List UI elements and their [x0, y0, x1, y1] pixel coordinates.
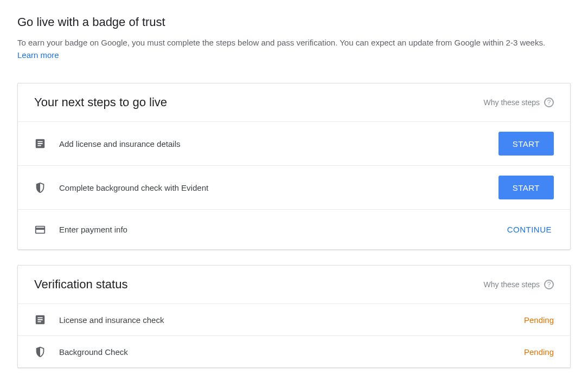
status-badge: Pending: [524, 347, 554, 357]
step-label: Complete background check with Evident: [59, 183, 208, 192]
verification-row-left: License and insurance check: [34, 314, 164, 326]
step-row-payment: Enter payment info CONTINUE: [18, 210, 570, 249]
next-steps-header: Your next steps to go live Why these ste…: [18, 83, 570, 122]
verification-card: Verification status Why these steps ? Li…: [17, 265, 571, 368]
next-steps-card: Your next steps to go live Why these ste…: [17, 83, 571, 250]
why-these-steps-link[interactable]: Why these steps ?: [484, 280, 554, 289]
why-these-steps-link[interactable]: Why these steps ?: [484, 98, 554, 107]
verification-header: Verification status Why these steps ?: [18, 266, 570, 304]
card-icon: [34, 224, 46, 236]
page-description: To earn your badge on Google, you must c…: [17, 37, 560, 61]
continue-payment-button[interactable]: CONTINUE: [505, 219, 554, 240]
step-row-license: Add license and insurance details START: [18, 122, 570, 166]
verification-title: Verification status: [34, 277, 127, 292]
verification-label: License and insurance check: [59, 315, 164, 325]
shield-icon: [34, 182, 46, 193]
shield-icon: [34, 346, 46, 358]
status-badge: Pending: [524, 315, 554, 325]
why-these-steps-label: Why these steps: [484, 280, 540, 289]
document-icon: [34, 314, 46, 326]
verification-row-background: Background Check Pending: [18, 336, 570, 367]
step-label: Add license and insurance details: [59, 139, 180, 148]
page-title: Go live with a badge of trust: [17, 15, 571, 29]
verification-row-license: License and insurance check Pending: [18, 304, 570, 336]
help-icon: ?: [544, 98, 554, 107]
next-steps-title: Your next steps to go live: [34, 95, 167, 109]
start-license-button[interactable]: START: [498, 132, 554, 156]
verification-row-left: Background Check: [34, 346, 128, 358]
step-row-left: Complete background check with Evident: [34, 182, 208, 193]
document-icon: [34, 138, 46, 150]
help-icon: ?: [544, 280, 554, 289]
start-background-button[interactable]: START: [498, 176, 554, 199]
step-row-background: Complete background check with Evident S…: [18, 166, 570, 210]
step-label: Enter payment info: [59, 225, 127, 234]
verification-label: Background Check: [59, 347, 128, 357]
step-row-left: Add license and insurance details: [34, 138, 180, 150]
step-row-left: Enter payment info: [34, 224, 127, 236]
learn-more-link[interactable]: Learn more: [17, 50, 59, 60]
why-these-steps-label: Why these steps: [484, 98, 540, 107]
page-description-text: To earn your badge on Google, you must c…: [17, 38, 545, 47]
